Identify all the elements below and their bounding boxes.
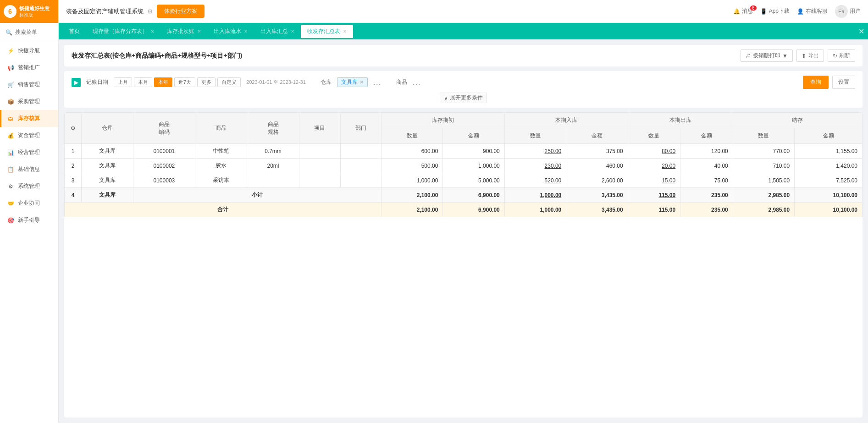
th-in-stock: 本期入库 <box>504 113 628 128</box>
sidebar-item-system[interactable]: ⚙系统管理 <box>0 178 58 195</box>
sidebar-item-sales[interactable]: 🛒销售管理 <box>0 76 58 93</box>
guide-icon: 🎯 <box>7 217 14 224</box>
sidebar-label-basic: 基础信息 <box>18 165 40 173</box>
export-button[interactable]: ⬆ 导出 <box>796 49 824 62</box>
cell-code: 0100001 <box>133 144 195 159</box>
tab-close-icon[interactable]: ✕ <box>197 29 201 34</box>
sidebar-item-basic[interactable]: 📋基础信息 <box>0 161 58 178</box>
date-range-text: 2023-01-01 至 2023-12-31 <box>246 79 306 86</box>
page-top-bar: 收发存汇总表(按仓库+商品编码+商品+规格型号+项目+部门) 🖨 拨销版打印 ▼… <box>64 45 862 66</box>
marketing-icon: 📢 <box>7 64 14 71</box>
tab-close-icon[interactable]: ✕ <box>343 29 347 34</box>
sidebar-item-marketing[interactable]: 📢营销推广 <box>0 59 58 76</box>
cell-out-amt: 40.00 <box>680 159 733 173</box>
app-download-label: App下载 <box>769 7 790 15</box>
user-menu[interactable]: Ea 用户 <box>835 5 861 18</box>
print-button[interactable]: 🖨 拨销版打印 ▼ <box>741 49 793 62</box>
search-menu-link[interactable]: 🔍 搜索菜单 <box>4 27 55 38</box>
query-button[interactable]: 查询 <box>803 76 829 89</box>
table-row: 3 文具库 0100003 采访本 1,000.00 5,000.00 520.… <box>65 173 862 188</box>
logo-icon: 6 <box>4 5 17 18</box>
filter-settings-button[interactable]: 设置 <box>832 76 855 89</box>
sidebar-label-quick-nav: 快捷导航 <box>18 47 40 55</box>
date-btn-近7天[interactable]: 近7天 <box>174 77 195 87</box>
service-icon: 👤 <box>797 8 804 15</box>
tab-close-icon[interactable]: ✕ <box>150 29 154 34</box>
expand-conditions-button[interactable]: ∨ 展开更多条件 <box>440 93 487 103</box>
tab-close-icon[interactable]: ✕ <box>244 29 248 34</box>
search-icon: 🔍 <box>6 29 12 36</box>
cell-in-qty[interactable]: 250.00 <box>504 144 566 159</box>
cell-code: 0100002 <box>133 159 195 173</box>
experience-button[interactable]: 体验行业方案 <box>157 5 205 18</box>
tab-close-icon[interactable]: ✕ <box>291 29 294 34</box>
tab-label: 出入库汇总 <box>260 27 288 35</box>
sidebar-label-inventory: 库存核算 <box>18 115 40 122</box>
warehouse-tag-text: 文具库 <box>341 78 358 86</box>
operation-icon: 📊 <box>7 149 14 156</box>
cell-dept <box>340 173 381 188</box>
sidebar-logo: 6 畅捷通好生意 标准版 <box>0 0 58 23</box>
quick-nav-icon: ⚡ <box>7 47 14 55</box>
cell-in-qty[interactable]: 520.00 <box>504 173 566 188</box>
th-in-qty: 数量 <box>504 128 566 144</box>
inventory-table: ⚙ 仓库 商品编码 商品 商品规格 项目 部门 库存期初 本期入库 本期出库 结… <box>64 112 862 217</box>
cell-project <box>299 159 340 173</box>
sidebar-item-inventory[interactable]: 🗂库存核算 <box>0 110 58 127</box>
cell-code: 0100003 <box>133 173 195 188</box>
tab-库存批次账[interactable]: 库存批次账✕ <box>160 25 207 38</box>
cell-out-qty[interactable]: 80.00 <box>628 144 680 159</box>
sidebar-item-operation[interactable]: 📊经营管理 <box>0 144 58 161</box>
date-btn-更多[interactable]: 更多 <box>197 77 216 87</box>
cell-in-qty[interactable]: 230.00 <box>504 159 566 173</box>
system-title: 装备及固定资产辅助管理系统 <box>66 7 144 16</box>
cell-dept <box>340 144 381 159</box>
tab-出入库流水[interactable]: 出入库流水✕ <box>207 25 254 38</box>
goods-more-btn[interactable]: ... <box>413 77 421 87</box>
sidebar-label-system: 系统管理 <box>18 182 40 190</box>
sidebar-item-purchase[interactable]: 📦采购管理 <box>0 93 58 110</box>
cell-out-qty[interactable]: 15.00 <box>628 173 680 188</box>
sidebar-item-finance[interactable]: 💰资金管理 <box>0 127 58 144</box>
page-title: 收发存汇总表(按仓库+商品编码+商品+规格型号+项目+部门) <box>72 52 242 60</box>
sidebar-item-quick-nav[interactable]: ⚡快捷导航 <box>0 42 58 59</box>
date-btn-本年[interactable]: 本年 <box>154 77 172 87</box>
cell-spec <box>247 173 299 188</box>
sub-in-qty[interactable]: 1,000.00 <box>504 188 566 203</box>
app-download-link[interactable]: 📱 App下载 <box>760 7 790 15</box>
print-dropdown-icon: ▼ <box>782 53 788 59</box>
total-out-qty: 115.00 <box>628 203 680 217</box>
tab-现存量-库存分布表-[interactable]: 现存量（库存分布表）✕ <box>86 25 160 38</box>
phone-icon: 📱 <box>760 8 767 15</box>
sub-bal-qty: 2,985.00 <box>733 188 794 203</box>
tab-收发存汇总表[interactable]: 收发存汇总表✕ <box>301 25 353 38</box>
close-all-tabs-button[interactable]: ✕ <box>858 27 864 36</box>
goods-filter-label: 商品 <box>396 78 407 86</box>
sidebar-item-guide[interactable]: 🎯新手引导 <box>0 212 58 229</box>
tab-出入库汇总[interactable]: 出入库汇总✕ <box>254 25 301 38</box>
total-bal-qty: 2,985.00 <box>733 203 794 217</box>
tabs-bar: 首页现存量（库存分布表）✕库存批次账✕出入库流水✕出入库汇总✕收发存汇总表✕✕ <box>59 23 868 39</box>
print-icon: 🖨 <box>746 53 751 59</box>
notification-bell[interactable]: 🔔 消息 6 <box>733 7 753 15</box>
refresh-button[interactable]: ↻ 刷新 <box>828 49 855 62</box>
date-btn-自定义[interactable]: 自定义 <box>217 77 241 87</box>
sub-out-qty[interactable]: 115.00 <box>628 188 680 203</box>
tab-首页[interactable]: 首页 <box>62 25 86 38</box>
sidebar-item-collab[interactable]: 🤝企业协同 <box>0 195 58 212</box>
filter-panel: ▶ 记账日期 上月本月本年近7天更多自定义 2023-01-01 至 2023-… <box>64 71 862 108</box>
notification-badge: 6 <box>750 5 757 11</box>
date-btn-本月[interactable]: 本月 <box>134 77 152 87</box>
warehouse-tag[interactable]: 文具库 ✕ <box>337 77 368 87</box>
total-out-amt: 235.00 <box>680 203 733 217</box>
th-settings[interactable]: ⚙ <box>65 113 82 144</box>
filter-collapse-btn[interactable]: ▶ <box>72 78 81 87</box>
cell-out-qty[interactable]: 20.00 <box>628 159 680 173</box>
online-service-link[interactable]: 👤 在线客服 <box>797 7 828 15</box>
refresh-icon: ↻ <box>833 53 837 59</box>
settings-icon[interactable]: ⚙ <box>147 8 153 15</box>
subtotal-row: 4 文具库 小计 2,100.00 6,900.00 1,000.00 3,43… <box>65 188 862 203</box>
warehouse-more-btn[interactable]: ... <box>373 77 381 87</box>
warehouse-tag-close[interactable]: ✕ <box>359 79 364 85</box>
date-btn-上月[interactable]: 上月 <box>114 77 132 87</box>
